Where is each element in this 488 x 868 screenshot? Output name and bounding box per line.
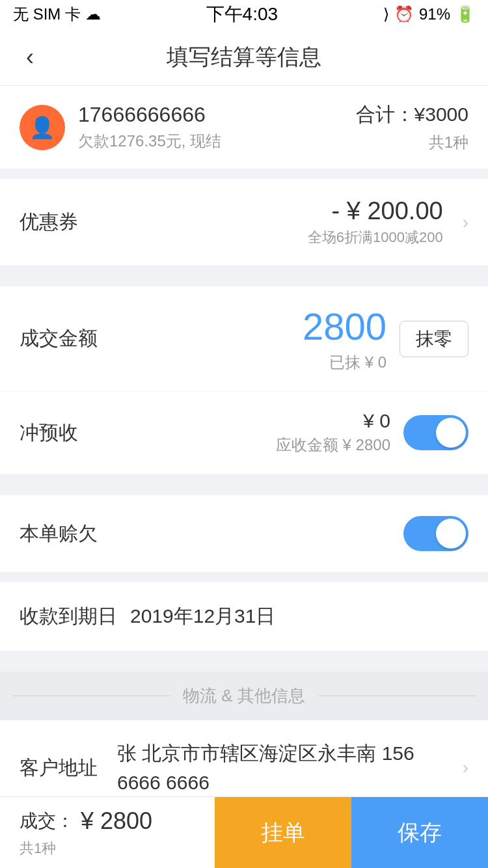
sim-text: 无 SIM 卡 ☁ xyxy=(13,4,101,25)
sheqian-section: 本单赊欠 xyxy=(0,495,488,572)
status-left: 无 SIM 卡 ☁ xyxy=(13,4,101,25)
chong-sub: 应收金额 ¥ 2800 xyxy=(276,435,390,455)
bottom-deal: 成交： ¥ 2800 xyxy=(20,807,195,835)
divider-2 xyxy=(0,485,488,495)
location-icon: ⟩ xyxy=(383,5,389,23)
deal-amount-right: 2800 已抹 ¥ 0 抹零 xyxy=(303,305,468,373)
deal-amount-sub: 已抹 ¥ 0 xyxy=(303,352,386,373)
coupon-right: - ¥ 200.00 全场6折满1000减200 xyxy=(308,197,443,247)
bottom-deal-count: 共1种 xyxy=(20,839,195,858)
sheqian-row: 本单赊欠 xyxy=(0,495,488,572)
chong-amount-block: ¥ 0 应收金额 ¥ 2800 xyxy=(276,410,390,455)
coupon-value-block: - ¥ 200.00 全场6折满1000减200 › xyxy=(308,197,468,247)
customer-phone: 17666666666 xyxy=(78,103,221,127)
coupon-description: 全场6折满1000减200 xyxy=(308,228,443,247)
avatar: 👤 xyxy=(20,105,65,150)
address-chevron-icon: › xyxy=(463,757,468,778)
coupon-section: 优惠券 - ¥ 200.00 全场6折满1000减200 › xyxy=(0,179,488,265)
divider-1 xyxy=(0,276,488,286)
coupon-chevron-icon: › xyxy=(463,212,468,233)
page-title: 填写结算等信息 xyxy=(167,42,321,72)
bottom-bar: 成交： ¥ 2800 共1种 挂单 保存 xyxy=(0,796,488,868)
chong-yushou-row: 冲预收 ¥ 0 应收金额 ¥ 2800 xyxy=(0,392,488,474)
chong-amount: ¥ 0 xyxy=(276,410,390,432)
status-bar: 无 SIM 卡 ☁ 下午4:03 ⟩ ⏰ 91% 🔋 xyxy=(0,0,488,29)
section-separator: 物流 & 其他信息 xyxy=(0,671,488,720)
divider-3 xyxy=(0,661,488,671)
battery-text: 91% xyxy=(419,5,450,23)
sheqian-label: 本单赊欠 xyxy=(20,521,98,547)
address-label: 客户地址 xyxy=(20,755,98,781)
alarm-icon: ⏰ xyxy=(394,5,414,23)
separator-text: 物流 & 其他信息 xyxy=(183,685,305,707)
coupon-discount: - ¥ 200.00 xyxy=(308,197,443,225)
chong-toggle[interactable] xyxy=(403,415,468,450)
status-time: 下午4:03 xyxy=(206,2,278,27)
save-button[interactable]: 保存 xyxy=(351,797,488,869)
main-content: 👤 17666666666 欠款1276.35元, 现结 合计：¥3000 共1… xyxy=(0,86,488,868)
duedate-label: 收款到期日 xyxy=(20,603,117,630)
address-right: 张 北京市市辖区海淀区永丰南 156 6666 6666 › xyxy=(117,739,468,797)
deal-amount-value: 2800 xyxy=(303,305,386,348)
battery-icon: 🔋 xyxy=(455,5,475,23)
avatar-icon: 👤 xyxy=(29,115,55,140)
nav-bar: ‹ 填写结算等信息 xyxy=(0,29,488,86)
address-value: 张 北京市市辖区海淀区永丰南 156 6666 6666 xyxy=(117,739,450,797)
total-value: ¥3000 xyxy=(414,103,468,125)
duedate-content: 收款到期日 2019年12月31日 xyxy=(20,603,468,630)
duedate-section: 收款到期日 2019年12月31日 xyxy=(0,582,488,651)
total-count: 共1种 xyxy=(356,132,468,153)
hang-order-button[interactable]: 挂单 xyxy=(215,797,351,869)
bottom-summary: 成交： ¥ 2800 共1种 xyxy=(0,807,215,858)
coupon-label: 优惠券 xyxy=(20,209,78,236)
chong-right: ¥ 0 应收金额 ¥ 2800 xyxy=(276,410,468,455)
separator-line-right xyxy=(318,696,475,696)
deal-section: 成交金额 2800 已抹 ¥ 0 抹零 冲预收 ¥ 0 应收金额 ¥ 2800 xyxy=(0,286,488,474)
sheqian-toggle[interactable] xyxy=(403,516,468,551)
duedate-value: 2019年12月31日 xyxy=(130,603,275,630)
customer-right: 合计：¥3000 共1种 xyxy=(356,102,468,153)
deal-amount-label: 成交金额 xyxy=(20,325,98,352)
coupon-row[interactable]: 优惠券 - ¥ 200.00 全场6折满1000减200 › xyxy=(0,179,488,265)
total-label: 合计： xyxy=(356,103,414,125)
chong-label: 冲预收 xyxy=(20,420,78,446)
status-right: ⟩ ⏰ 91% 🔋 xyxy=(383,5,475,23)
deal-amount-row: 成交金额 2800 已抹 ¥ 0 抹零 xyxy=(0,286,488,392)
separator-line-left xyxy=(13,696,170,696)
customer-left: 👤 17666666666 欠款1276.35元, 现结 xyxy=(20,103,221,152)
customer-card: 👤 17666666666 欠款1276.35元, 现结 合计：¥3000 共1… xyxy=(0,86,488,169)
customer-debt: 欠款1276.35元, 现结 xyxy=(78,131,221,152)
bottom-deal-label: 成交： xyxy=(20,809,74,834)
customer-info: 17666666666 欠款1276.35元, 现结 xyxy=(78,103,221,152)
back-button[interactable]: ‹ xyxy=(20,37,40,77)
total-amount: 合计：¥3000 xyxy=(356,102,468,128)
bottom-deal-amount: ¥ 2800 xyxy=(81,807,152,835)
round-zero-button[interactable]: 抹零 xyxy=(400,321,468,357)
deal-amount-block: 2800 已抹 ¥ 0 xyxy=(303,305,386,373)
